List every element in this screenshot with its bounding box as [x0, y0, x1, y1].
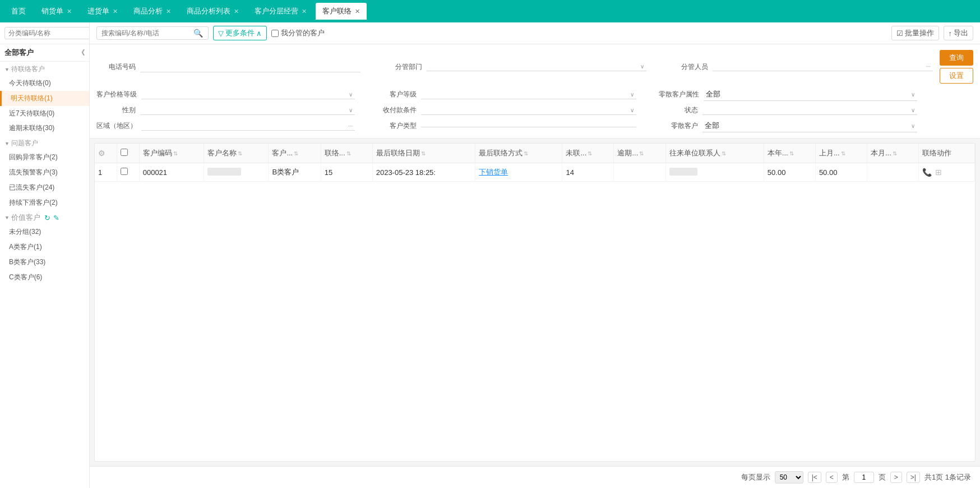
sidebar-item-tomorrow[interactable]: 明天待联络(1): [0, 91, 89, 106]
sidebar-item-overdue[interactable]: 逾期未联络(30): [0, 121, 89, 136]
price-level-select[interactable]: ∨: [141, 90, 355, 99]
first-page-btn[interactable]: |<: [808, 472, 821, 483]
next-page-btn[interactable]: >: [890, 472, 902, 483]
contact-sorter[interactable]: ⇅: [346, 150, 351, 156]
col-action: 联络动作: [918, 144, 974, 163]
overdue-sorter[interactable]: ⇅: [639, 150, 644, 156]
col-last-date: 最后联络日期⇅: [372, 144, 475, 163]
retail-customer-select[interactable]: 全部 ∨: [702, 119, 917, 132]
sidebar-item-abnormal[interactable]: 回购异常客户(2): [0, 150, 89, 165]
nav-customer-contact-close[interactable]: ✕: [355, 8, 360, 15]
year-sorter[interactable]: ⇅: [789, 150, 794, 156]
dept-label: 分管部门: [383, 62, 422, 72]
nav-customer-contact[interactable]: 客户联络 ✕: [316, 3, 367, 20]
export-button[interactable]: ↑ 导出: [944, 26, 974, 40]
search-input[interactable]: [101, 29, 191, 37]
nav-analysis-list[interactable]: 商品分析列表 ✕: [180, 3, 246, 20]
dept-select[interactable]: ∨: [427, 62, 647, 71]
gender-select[interactable]: ∨: [140, 106, 355, 115]
batch-button[interactable]: ☑ 批量操作: [891, 26, 939, 40]
ctype-select[interactable]: [421, 125, 636, 127]
pagination: 每页显示 50 10 20 100 |< < 第 页 > >| 共1页 1条记录: [90, 466, 980, 488]
ctype-label: 客户类型: [377, 121, 417, 131]
per-page-label: 每页显示: [741, 472, 770, 482]
nav-sales-close[interactable]: ✕: [67, 8, 72, 15]
cell-category: B类客户: [269, 163, 321, 182]
query-button[interactable]: 查询: [940, 50, 973, 66]
sidebar-item-churn-warning[interactable]: 流失预警客户(3): [0, 165, 89, 180]
filter-cell-price-level: 客户价格等级 ∨: [96, 90, 355, 99]
nav-home[interactable]: 首页: [4, 3, 33, 20]
cell-name: [204, 163, 269, 182]
sidebar-item-lost[interactable]: 已流失客户(24): [0, 180, 89, 195]
nav-sales[interactable]: 销货单 ✕: [35, 3, 78, 20]
all-customers-header[interactable]: 全部客户 《: [0, 44, 89, 62]
method-sorter[interactable]: ⇅: [524, 150, 528, 156]
filter-icon: ▽: [218, 29, 224, 38]
more-filter-button[interactable]: ▽ 更多条件 ∧: [213, 26, 267, 40]
sidebar-item-7days[interactable]: 近7天待联络(0): [0, 106, 89, 121]
not-contact-sorter[interactable]: ⇅: [588, 150, 592, 156]
value-group-title: 价值客户 ↻ ✎: [0, 210, 89, 224]
unit-contact-placeholder: [669, 168, 697, 176]
sidebar-item-today[interactable]: 今天待联络(0): [0, 76, 89, 91]
page-input[interactable]: [854, 472, 874, 483]
last-page-btn[interactable]: >|: [907, 472, 920, 483]
col-not-contacted: 未联...⇅: [562, 144, 614, 163]
filter-actions: 查询 设置: [940, 50, 973, 84]
row-checkbox[interactable]: [121, 168, 128, 175]
status-select[interactable]: ∨: [702, 106, 917, 115]
col-name: 客户名称⇅: [204, 144, 269, 163]
nav-customer-segment[interactable]: 客户分层经营 ✕: [248, 3, 313, 20]
nav-purchase-close[interactable]: ✕: [113, 8, 118, 15]
last-method-link[interactable]: 下销货单: [479, 168, 508, 176]
nav-customer-segment-close[interactable]: ✕: [302, 8, 307, 15]
cell-action: 📞 ⊞: [918, 163, 974, 182]
col-code: 客户编码⇅: [139, 144, 204, 163]
name-placeholder: [207, 168, 241, 176]
sidebar-item-ungrouped[interactable]: 未分组(32): [0, 224, 89, 240]
table-settings-icon[interactable]: ⚙: [98, 149, 105, 158]
page-suffix: 页: [879, 472, 886, 482]
nav-analysis[interactable]: 商品分析 ✕: [127, 3, 178, 20]
search-button[interactable]: 🔍: [193, 29, 203, 38]
collapse-icon[interactable]: 《: [78, 48, 85, 58]
cell-last-method[interactable]: 下销货单: [475, 163, 562, 182]
code-sorter[interactable]: ⇅: [173, 150, 178, 156]
payment-select[interactable]: ∨: [421, 106, 636, 115]
region-select[interactable]: ···: [141, 122, 355, 131]
select-all-checkbox[interactable]: [121, 149, 128, 156]
my-customers-checkbox[interactable]: [271, 30, 279, 37]
col-this-year: 本年...⇅: [764, 144, 815, 163]
customer-table: ⚙ 客户编码⇅ 客户名称⇅ 客户...⇅ 联络...⇅ 最后联络日期⇅ 最后联络…: [95, 144, 975, 182]
table-row: 1 000021 B类客户 15 2023-05-23 18:25: 下销货单 …: [95, 163, 975, 182]
my-customers-checkbox-label[interactable]: 我分管的客户: [271, 28, 325, 38]
prev-page-btn[interactable]: <: [826, 472, 838, 483]
nav-analysis-close[interactable]: ✕: [166, 8, 171, 15]
nav-analysis-list-close[interactable]: ✕: [234, 8, 239, 15]
tm-sorter[interactable]: ⇅: [893, 150, 897, 156]
grid-action-icon[interactable]: ⊞: [935, 168, 942, 177]
name-sorter[interactable]: ⇅: [238, 150, 242, 156]
value-group-edit[interactable]: ✎: [53, 214, 59, 222]
cat-sorter[interactable]: ⇅: [294, 150, 298, 156]
unit-sorter[interactable]: ⇅: [722, 150, 726, 156]
lm-sorter[interactable]: ⇅: [841, 150, 845, 156]
level-select[interactable]: ∨: [421, 90, 636, 99]
col-contact: 联络...⇅: [321, 144, 372, 163]
settings-button[interactable]: 设置: [940, 68, 973, 84]
date-sorter[interactable]: ⇅: [421, 150, 426, 156]
per-page-select[interactable]: 50 10 20 100: [775, 471, 803, 484]
problem-group-title: 问题客户: [0, 136, 89, 150]
sidebar-item-a-class[interactable]: A类客户(1): [0, 240, 89, 255]
nav-purchase[interactable]: 进货单 ✕: [81, 3, 124, 20]
phone-action-icon[interactable]: 📞: [922, 168, 932, 177]
value-group-refresh[interactable]: ↻: [44, 214, 50, 222]
sidebar-item-declining[interactable]: 持续下滑客户(2): [0, 195, 89, 210]
person-select[interactable]: ···: [713, 62, 933, 71]
retail-attr-select[interactable]: 全部 ∨: [704, 88, 917, 101]
sidebar-item-b-class[interactable]: B类客户(33): [0, 255, 89, 270]
phone-input[interactable]: [140, 62, 360, 72]
sidebar-search-input[interactable]: [4, 27, 90, 39]
sidebar-item-c-class[interactable]: C类客户(6): [0, 270, 89, 285]
